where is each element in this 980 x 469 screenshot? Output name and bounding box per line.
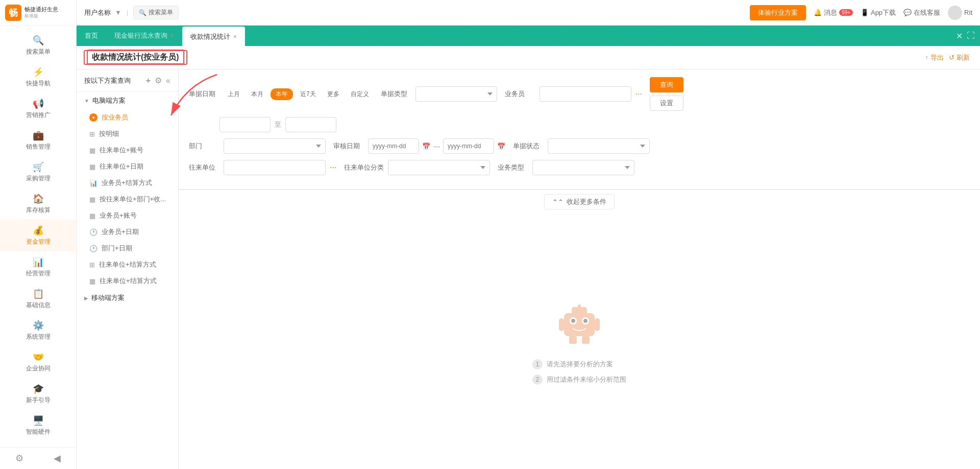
tab-bank-flow-label: 现金银行流水查询 (114, 31, 167, 40)
filter-item-salesperson-settlement[interactable]: 📊 业务员+结算方式 (77, 175, 178, 191)
filter-item-label: 往来单位+结算方式 (100, 276, 157, 286)
counterpart-type-label: 往来单位分类 (344, 163, 384, 172)
empty-hint-2: 2 用过滤条件来缩小分析范围 (532, 374, 626, 385)
hint-number-1: 1 (532, 359, 543, 369)
sidebar-item-hardware[interactable]: 🖥️ 智能硬件 (0, 410, 76, 441)
sidebar-item-purchase[interactable]: 🛒 采购管理 (0, 156, 76, 188)
refresh-button[interactable]: ↺ 刷新 (949, 53, 970, 62)
filter-item-unit-settlement1[interactable]: ⊞ 往来单位+结算方式 (77, 256, 178, 273)
date-range-separator: 至 (275, 120, 281, 129)
filter-unit-date-icon: ▦ (89, 163, 95, 171)
query-button[interactable]: 查询 (650, 77, 683, 92)
filter-collapse-button[interactable]: « (166, 76, 170, 85)
filter-section-desktop: ▼ 电脑端方案 ● 按业务员 ⊞ 按明细 ▦ 往来单位+账号 (77, 92, 178, 289)
tab-receipt-stats-label: 收款情况统计 (190, 32, 230, 41)
sidebar-settings-icon[interactable]: ⚙ (15, 453, 23, 464)
svg-rect-9 (595, 318, 600, 331)
calendar-from-icon[interactable]: 📅 (422, 143, 430, 150)
voucher-status-select[interactable] (548, 138, 650, 154)
filter-desktop-header[interactable]: ▼ 电脑端方案 (77, 92, 178, 109)
sidebar-item-wechat[interactable]: 💬 企业微信 (0, 441, 76, 447)
sidebar-item-label: 销售管理 (26, 143, 51, 151)
custom-btn[interactable]: 自定义 (347, 88, 373, 100)
tab-maximize-icon[interactable]: ⛶ (967, 31, 975, 40)
tab-home[interactable]: 首页 (77, 26, 106, 46)
filter-item-unit-account[interactable]: ▦ 往来单位+账号 (77, 142, 178, 158)
date-to-input[interactable]: 2023-12-31 (285, 117, 336, 132)
filter-add-button[interactable]: + (146, 76, 151, 85)
filter-item-dept-date[interactable]: 🕐 部门+日期 (77, 240, 178, 256)
sidebar-item-operations[interactable]: 📊 经营管理 (0, 251, 76, 283)
trial-button[interactable]: 体验行业方案 (750, 5, 806, 20)
filter-item-by-salesperson[interactable]: ● 按业务员 (77, 109, 178, 126)
filter-item-unit-settlement2[interactable]: ▦ 往来单位+结算方式 (77, 273, 178, 289)
sidebar-item-sales[interactable]: 💼 销售管理 (0, 125, 76, 156)
sidebar-item-quick-nav[interactable]: ⚡ 快捷导航 (0, 61, 76, 93)
dept-select[interactable] (224, 138, 326, 154)
svg-rect-11 (582, 336, 590, 344)
system-icon: ⚙️ (33, 320, 44, 331)
filter-item-unit-date[interactable]: ▦ 往来单位+日期 (77, 158, 178, 175)
salesperson-dots-button[interactable]: ··· (635, 89, 642, 99)
filter-mobile-label: 移动端方案 (91, 293, 125, 302)
breadcrumb-area: 用户名称 ▼ (84, 8, 121, 17)
filter-item-salesperson-date[interactable]: 🕐 业务员+日期 (77, 224, 178, 240)
right-content: 单据日期 上月 本月 本年 近7天 更多 自定义 单据类型 (179, 69, 980, 469)
filter-panel-header: 按以下方案查询 + ⚙ « (77, 69, 178, 92)
counterpart-dots-button[interactable]: ··· (330, 163, 336, 172)
collapse-button[interactable]: ⌃⌃ 收起更多条件 (544, 194, 615, 209)
more-btn[interactable]: 更多 (323, 88, 344, 100)
calendar-to-icon[interactable]: 📅 (497, 143, 505, 150)
last-month-btn[interactable]: 上月 (224, 88, 244, 100)
refresh-icon: ↺ (949, 54, 954, 61)
audit-date-to-input[interactable] (443, 138, 494, 154)
app-download-item[interactable]: 📱 App下载 (861, 8, 896, 17)
setting-button[interactable]: 设置 (650, 96, 683, 111)
date-from-input[interactable]: 2023-01-01 (219, 117, 271, 132)
filter-item-salesperson-account[interactable]: ▦ 业务员+账号 (77, 207, 178, 224)
filter-item-by-detail[interactable]: ⊞ 按明细 (77, 126, 178, 142)
sidebar-item-finance[interactable]: 💰 资金管理 (0, 220, 76, 251)
tab-bank-flow[interactable]: 现金银行流水查询 × (106, 26, 182, 46)
tab-bank-flow-close-icon[interactable]: × (170, 32, 174, 39)
tab-receipt-stats[interactable]: 收款情况统计 × (182, 27, 245, 47)
tab-receipt-stats-close-icon[interactable]: × (233, 33, 237, 40)
sidebar-item-marketing[interactable]: 📢 营销推广 (0, 93, 76, 125)
counterpart-input[interactable] (224, 160, 326, 175)
this-month-btn[interactable]: 本月 (247, 88, 267, 100)
user-avatar-area[interactable]: Rit (948, 6, 972, 20)
tab-bar: 首页 现金银行流水查询 × 收款情况统计 × ✕ ⛶ (77, 26, 980, 46)
audit-date-from-input[interactable] (368, 138, 419, 154)
sidebar-collapse-icon[interactable]: ◀ (54, 453, 61, 464)
notification-item[interactable]: 🔔 消息 99+ (814, 8, 853, 17)
last-7-days-btn[interactable]: 近7天 (296, 88, 320, 100)
filter-item-unit-dept-collect[interactable]: ▦ 按往来单位+部门+收... (77, 191, 178, 207)
export-label: 导出 (930, 53, 944, 62)
search-menu-button[interactable]: 🔍 搜索菜单 (133, 6, 179, 19)
tab-close-all-icon[interactable]: ✕ (956, 31, 963, 41)
date-label: 单据日期 (189, 89, 219, 99)
counterpart-type-select[interactable] (388, 160, 490, 175)
salesperson-input[interactable] (540, 86, 631, 102)
empty-hint-1: 1 请先选择要分析的方案 (532, 359, 626, 369)
online-service-item[interactable]: 💬 在线客服 (903, 8, 940, 17)
voucher-type-label: 单据类型 (381, 89, 411, 99)
export-button[interactable]: ↑ 导出 (925, 53, 944, 62)
logo-name: 畅捷通好生意 (24, 6, 58, 13)
sidebar-item-guide[interactable]: 🎓 新手引导 (0, 378, 76, 410)
sidebar-item-label: 资金管理 (26, 238, 51, 246)
sidebar-item-inventory[interactable]: 🏠 库存核算 (0, 188, 76, 220)
sidebar-item-enterprise[interactable]: 🤝 企业协同 (0, 346, 76, 378)
sidebar-item-system[interactable]: ⚙️ 系统管理 (0, 315, 76, 346)
sidebar-item-basic[interactable]: 📋 基础信息 (0, 283, 76, 315)
filter-gear-button[interactable]: ⚙ (155, 76, 162, 85)
voucher-type-select[interactable] (415, 86, 497, 102)
filter-unit-settle1-icon: ⊞ (89, 261, 95, 269)
sidebar: 畅 畅捷通好生意 标准版 🔍 搜索菜单 ⚡ 快捷导航 📢 营销推广 💼 销售管理… (0, 0, 77, 469)
sidebar-item-search-menu[interactable]: 🔍 搜索菜单 (0, 30, 76, 61)
filter-dept-date-icon: 🕐 (89, 245, 97, 252)
business-type-select[interactable] (532, 160, 634, 175)
filter-mobile-header[interactable]: ▶ 移动端方案 (77, 289, 178, 307)
page-title-container: 收款情况统计(按业务员) (87, 52, 184, 63)
this-year-btn[interactable]: 本年 (271, 88, 293, 100)
